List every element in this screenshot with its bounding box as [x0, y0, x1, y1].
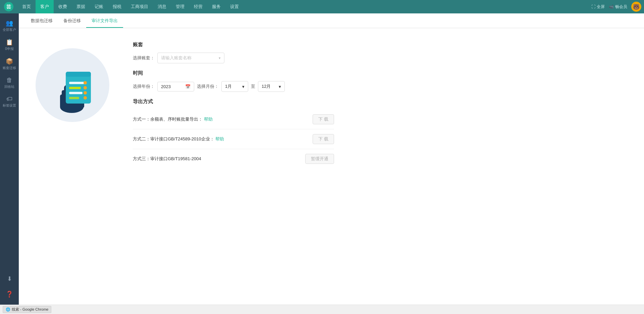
member-label: 畅会员 — [615, 4, 627, 10]
month-start-value: 1月 — [225, 83, 232, 89]
help-icon: ❓ — [6, 291, 13, 298]
svg-rect-6 — [60, 95, 63, 108]
nav-bookkeeping[interactable]: 记账 — [90, 0, 108, 13]
method-3-text: 方式三：审计接口GB/T19581-2004 — [133, 156, 201, 161]
tab-backup-migration[interactable]: 备份迁移 — [58, 14, 86, 28]
fullscreen-label: 全屏 — [597, 4, 605, 10]
method-3-coming-soon-button[interactable]: 暂缓开通 — [305, 154, 334, 164]
svg-rect-10 — [69, 82, 84, 84]
top-nav: 芸 首页 客户 收费 票据 记账 报税 工商项目 消息 管理 经营 服务 设置 … — [0, 0, 644, 13]
tab-audit-export[interactable]: 审计文件导出 — [86, 14, 123, 28]
account-section-title: 账套 — [133, 42, 334, 48]
export-method-3: 方式三：审计接口GB/T19581-2004 暂缓开通 — [133, 149, 334, 169]
account-select-label: 选择账套： — [133, 55, 155, 61]
calendar-icon: 📅 — [185, 84, 191, 89]
sidebar-recycle-label: 回收站 — [4, 85, 14, 89]
sidebar: 👥 全部客户 📋 0申报 📦 账套迁移 🗑 回收站 🏷 标签设置 ⬇ ❓ — [0, 13, 19, 305]
taskbar-chrome-label: 线索 - Google Chrome — [12, 307, 48, 312]
nav-home[interactable]: 首页 — [17, 0, 36, 13]
sidebar-download[interactable]: ⬇ — [6, 272, 13, 285]
content-area: 数据包迁移 备份迁移 审计文件导出 — [19, 13, 644, 305]
taskbar-chrome-item[interactable]: 🌐 线索 - Google Chrome — [3, 306, 51, 313]
video-icon: 📹 — [609, 4, 614, 9]
chrome-icon: 🌐 — [6, 307, 10, 312]
sidebar-bottom: ⬇ ❓ — [6, 272, 13, 305]
nav-items: 首页 客户 收费 票据 记账 报税 工商项目 消息 管理 经营 服务 设置 — [17, 0, 591, 13]
time-form-row: 选择年份： 2023 📅 选择月份： 1月 ▾ 至 12月 — [133, 81, 334, 92]
sidebar-account-migration-label: 账套迁移 — [3, 66, 16, 70]
account-migration-icon: 📦 — [6, 58, 13, 65]
sidebar-item-all-clients[interactable]: 👥 全部客户 — [0, 16, 19, 35]
account-select[interactable]: 请输入账套名称 ▾ — [157, 53, 224, 63]
year-value: 2023 — [161, 84, 171, 89]
nav-message[interactable]: 消息 — [153, 0, 171, 13]
nav-tax[interactable]: 报税 — [108, 0, 126, 13]
method-3-label: 方式三：审计接口GB/T19581-2004 — [133, 156, 301, 162]
month-start-chevron-icon: ▾ — [242, 84, 245, 89]
svg-point-14 — [84, 81, 87, 84]
sidebar-item-recycle[interactable]: 🗑 回收站 — [0, 73, 19, 92]
year-select[interactable]: 2023 📅 — [157, 82, 194, 91]
main-layout: 👥 全部客户 📋 0申报 📦 账套迁移 🗑 回收站 🏷 标签设置 ⬇ ❓ — [0, 13, 644, 305]
sidebar-tax-filing-label: 0申报 — [5, 47, 14, 51]
month-end-value: 12月 — [262, 83, 271, 89]
month-end-select[interactable]: 12月 ▾ — [258, 81, 285, 92]
sidebar-item-tag-settings[interactable]: 🏷 标签设置 — [0, 92, 19, 111]
svg-text:芸: 芸 — [6, 4, 11, 9]
nav-business[interactable]: 工商项目 — [126, 0, 153, 13]
tag-icon: 🏷 — [6, 96, 12, 103]
method-1-help-link[interactable]: 帮助 — [204, 117, 213, 122]
top-nav-right: ⛶ 全屏 📹 畅会员 🐻 — [591, 2, 641, 12]
nav-management[interactable]: 管理 — [171, 0, 189, 13]
user-avatar[interactable]: 🐻 — [631, 2, 641, 12]
export-method-2: 方式二：审计接口GB/T24589-2010企业： 帮助 下 载 — [133, 129, 334, 149]
method-1-label: 方式一：余额表、序时账批量导出： 帮助 — [133, 116, 309, 122]
fullscreen-button[interactable]: ⛶ 全屏 — [591, 4, 605, 10]
tab-data-migration[interactable]: 数据包迁移 — [25, 14, 58, 28]
svg-point-17 — [84, 96, 87, 100]
nav-settings[interactable]: 设置 — [225, 0, 244, 13]
method-2-help-link[interactable]: 帮助 — [215, 136, 224, 141]
app-logo: 芸 — [3, 1, 15, 13]
account-placeholder: 请输入账套名称 — [161, 55, 192, 61]
svg-point-16 — [84, 91, 87, 95]
nav-billing[interactable]: 收费 — [54, 0, 72, 13]
taskbar: 🌐 线索 - Google Chrome — [0, 305, 644, 314]
nav-clients[interactable]: 客户 — [36, 0, 54, 13]
year-label: 选择年份： — [133, 83, 155, 89]
export-section-title: 导出方式 — [133, 99, 334, 105]
method-2-label: 方式二：审计接口GB/T24589-2010企业： 帮助 — [133, 136, 309, 142]
method-1-download-button[interactable]: 下 载 — [313, 114, 334, 124]
svg-rect-13 — [69, 97, 79, 99]
svg-rect-12 — [69, 92, 83, 94]
nav-operation[interactable]: 经营 — [189, 0, 207, 13]
nav-invoice[interactable]: 票据 — [72, 0, 90, 13]
illustration-wrap — [32, 38, 113, 132]
export-method-1: 方式一：余额表、序时账批量导出： 帮助 下 载 — [133, 110, 334, 129]
sidebar-tag-label: 标签设置 — [3, 104, 16, 108]
fullscreen-icon: ⛶ — [591, 4, 595, 9]
svg-point-15 — [84, 86, 87, 89]
method-2-download-button[interactable]: 下 载 — [313, 134, 334, 144]
method-2-text: 方式二：审计接口GB/T24589-2010企业： — [133, 136, 214, 141]
svg-rect-11 — [69, 87, 81, 89]
tabs-bar: 数据包迁移 备份迁移 审计文件导出 — [19, 13, 644, 28]
page-content: 账套 选择账套： 请输入账套名称 ▾ 时间 选择年份： 2023 — [19, 28, 644, 305]
download-icon: ⬇ — [7, 275, 12, 282]
export-container: 账套 选择账套： 请输入账套名称 ▾ 时间 选择年份： 2023 — [32, 38, 334, 169]
sidebar-item-tax-filing[interactable]: 📋 0申报 — [0, 35, 19, 54]
recycle-icon: 🗑 — [6, 77, 12, 84]
all-clients-icon: 👥 — [6, 19, 13, 27]
nav-service[interactable]: 服务 — [207, 0, 225, 13]
svg-rect-9 — [66, 72, 91, 77]
member-button[interactable]: 📹 畅会员 — [609, 4, 627, 10]
sidebar-help[interactable]: ❓ — [6, 288, 13, 301]
illustration-circle — [36, 48, 109, 122]
time-section-title: 时间 — [133, 70, 334, 76]
month-start-select[interactable]: 1月 ▾ — [221, 81, 248, 92]
account-chevron-icon: ▾ — [219, 56, 221, 60]
method-1-text: 方式一：余额表、序时账批量导出： — [133, 117, 203, 122]
form-area: 账套 选择账套： 请输入账套名称 ▾ 时间 选择年份： 2023 — [133, 38, 334, 169]
tax-filing-icon: 📋 — [6, 39, 13, 46]
sidebar-item-account-migration[interactable]: 📦 账套迁移 — [0, 54, 19, 73]
